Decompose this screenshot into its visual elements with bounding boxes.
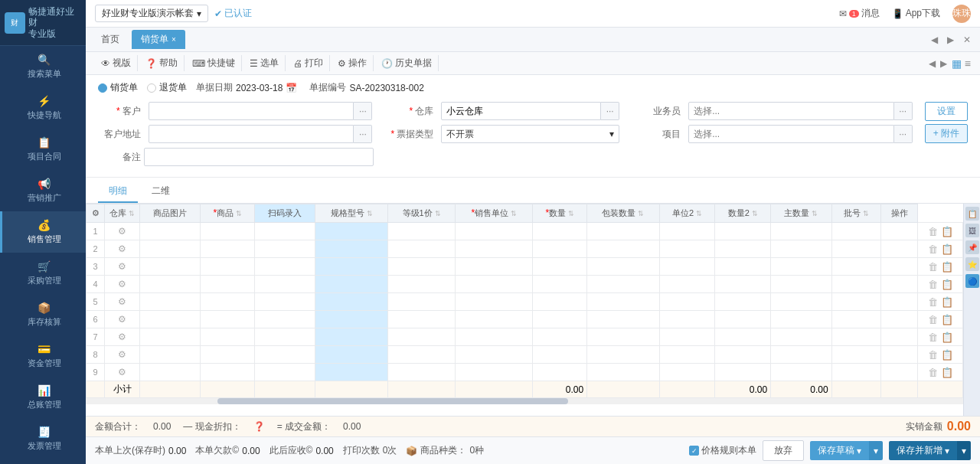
project-dots-button[interactable]: ···	[894, 125, 913, 143]
row-settings-icon[interactable]: ⚙	[118, 332, 126, 342]
right-panel-icon-1[interactable]: 📋	[965, 207, 979, 221]
copy-row-icon[interactable]: 📋	[941, 332, 953, 343]
sort-icon-pack_qty[interactable]: ⇅	[638, 210, 644, 217]
price-rule-checkbox[interactable]: ✓ 价格规则本单	[689, 444, 756, 457]
message-button[interactable]: ✉ 1 消息	[839, 7, 880, 20]
cell-price1[interactable]	[459, 242, 529, 256]
cell-pack_qty[interactable]	[663, 260, 712, 273]
close-window-icon[interactable]: ✕	[960, 31, 974, 48]
close-tab-icon[interactable]: ×	[172, 35, 176, 44]
right-panel-icon-4[interactable]: ⭐	[965, 257, 979, 271]
print-button[interactable]: 🖨 打印	[287, 55, 330, 71]
cell-import[interactable]	[318, 312, 384, 326]
toolbar-prev-icon[interactable]: ◀	[929, 58, 936, 69]
cell-goods[interactable]	[258, 312, 312, 326]
row-settings-icon[interactable]: ⚙	[118, 243, 126, 254]
delete-row-icon[interactable]: 🗑	[928, 367, 938, 378]
cell-main_qty[interactable]	[835, 224, 877, 238]
app-download-button[interactable]: 📱 App下载	[892, 7, 940, 20]
cell-main_qty[interactable]	[835, 242, 877, 256]
cell-import[interactable]	[318, 260, 384, 273]
cell-quantity[interactable]	[590, 348, 656, 361]
return-order-radio[interactable]: 退货单	[147, 81, 187, 94]
cell-quantity[interactable]	[590, 224, 656, 238]
cell-image[interactable]	[204, 330, 251, 344]
toolbar-next-icon[interactable]: ▶	[940, 58, 947, 69]
cell-qty2[interactable]	[774, 277, 828, 291]
row-settings-icon[interactable]: ⚙	[118, 261, 126, 272]
cell-batch[interactable]	[884, 330, 915, 344]
sort-icon-unit2[interactable]: ⇅	[696, 210, 702, 217]
cell-warehouse[interactable]	[143, 348, 197, 361]
cell-unit2[interactable]	[718, 365, 767, 379]
cell-image[interactable]	[204, 365, 251, 379]
warehouse-dots-button[interactable]: ···	[601, 102, 619, 120]
cell-batch[interactable]	[884, 365, 915, 379]
cell-main_qty[interactable]	[835, 348, 877, 361]
copy-row-icon[interactable]: 📋	[941, 261, 953, 273]
sort-icon-goods[interactable]: ⇅	[236, 210, 242, 217]
cell-import[interactable]	[318, 365, 384, 379]
sidebar-item-quick[interactable]: ⚡快捷导航	[0, 87, 86, 129]
cell-sale_unit[interactable]	[536, 277, 583, 291]
cell-price1[interactable]	[459, 295, 529, 309]
cell-spec[interactable]	[391, 242, 452, 256]
select-button[interactable]: ☰ 选单	[243, 55, 286, 71]
cell-pack_qty[interactable]	[663, 365, 712, 379]
cell-image[interactable]	[204, 242, 251, 256]
cell-import[interactable]	[318, 224, 384, 238]
tab-2d[interactable]: 二维	[141, 181, 181, 203]
cell-import[interactable]	[318, 277, 384, 291]
operate-button[interactable]: ⚙ 操作	[332, 55, 374, 71]
abandon-button[interactable]: 放弃	[763, 440, 804, 461]
cell-spec[interactable]	[391, 348, 452, 361]
cell-image[interactable]	[204, 260, 251, 273]
cell-warehouse[interactable]	[143, 295, 197, 309]
cell-sale_unit[interactable]	[536, 330, 583, 344]
sidebar-item-sales[interactable]: 💰销售管理	[0, 211, 86, 253]
cell-warehouse[interactable]	[143, 277, 197, 291]
user-avatar-button[interactable]: 珠珠	[952, 5, 971, 23]
right-panel-icon-3[interactable]: 📌	[965, 240, 979, 254]
save-draft-arrow-button[interactable]: ▾	[869, 441, 883, 460]
cell-main_qty[interactable]	[835, 277, 877, 291]
sort-icon-warehouse[interactable]: ⇅	[129, 210, 135, 217]
cell-qty2[interactable]	[774, 295, 828, 309]
cell-main_qty[interactable]	[835, 365, 877, 379]
horizontal-scrollbar[interactable]	[86, 398, 963, 404]
save-new-arrow-button[interactable]: ▾	[957, 441, 971, 460]
ticket-select[interactable]: 不开票 ▾	[441, 125, 619, 143]
cell-pack_qty[interactable]	[663, 312, 712, 326]
cell-warehouse[interactable]	[143, 365, 197, 379]
save-new-button[interactable]: 保存并新增 ▾	[889, 441, 957, 460]
cell-image[interactable]	[204, 312, 251, 326]
view-button[interactable]: 👁 视版	[95, 55, 138, 71]
customer-input[interactable]	[149, 102, 354, 120]
cell-main_qty[interactable]	[835, 295, 877, 309]
cell-import[interactable]	[318, 295, 384, 309]
toolbar-list-icon[interactable]: ≡	[965, 57, 971, 70]
sidebar-item-project[interactable]: 📋项目合同	[0, 129, 86, 170]
delete-row-icon[interactable]: 🗑	[928, 332, 938, 343]
cell-price1[interactable]	[459, 277, 529, 291]
sidebar-item-inventory[interactable]: 📦库存核算	[0, 294, 86, 335]
scroll-thumb[interactable]	[217, 398, 568, 404]
sidebar-item-marketing[interactable]: 📢营销推广	[0, 170, 86, 211]
sidebar-item-invoice[interactable]: 🧾发票管理	[0, 418, 86, 459]
history-button[interactable]: 🕐 历史单据	[375, 55, 439, 71]
cell-sale_unit[interactable]	[536, 365, 583, 379]
cell-batch[interactable]	[884, 348, 915, 361]
cell-price1[interactable]	[459, 330, 529, 344]
cell-quantity[interactable]	[590, 330, 656, 344]
cell-spec[interactable]	[391, 365, 452, 379]
cell-price1[interactable]	[459, 260, 529, 273]
warehouse-input[interactable]	[441, 102, 601, 120]
cell-unit2[interactable]	[718, 242, 767, 256]
cell-qty2[interactable]	[774, 348, 828, 361]
row-settings-icon[interactable]: ⚙	[118, 279, 126, 289]
cell-batch[interactable]	[884, 277, 915, 291]
cell-spec[interactable]	[391, 224, 452, 238]
cell-batch[interactable]	[884, 295, 915, 309]
cell-goods[interactable]	[258, 277, 312, 291]
cell-unit2[interactable]	[718, 312, 767, 326]
